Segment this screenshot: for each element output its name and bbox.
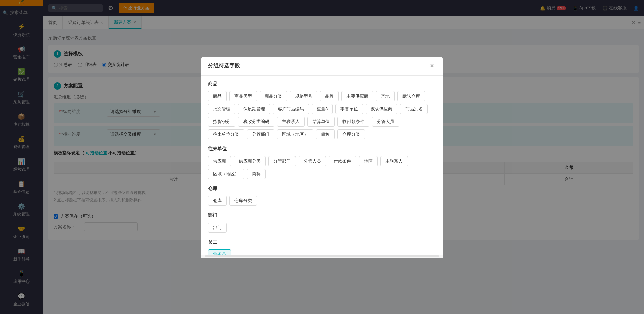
modal-bottom-bar [201,255,443,257]
field-chip[interactable]: 规格型号 [290,91,317,101]
field-chip[interactable]: 付款条件 [329,156,356,166]
field-chip[interactable]: 分管部门 [247,129,274,139]
field-chip[interactable]: 税收分类编码 [238,117,274,127]
field-group-department: 部门部门 [208,212,436,233]
field-chip[interactable]: 分管部门 [268,156,296,166]
field-chip[interactable]: 默认仓库 [397,91,425,101]
field-chips-warehouse: 仓库仓库分类 [208,196,436,206]
field-select-modal: 分组待选字段 × 商品商品商品类型商品分类规格型号品牌主要供应商产地默认仓库批次… [201,57,443,258]
field-chip[interactable]: 收付款条件 [337,117,369,127]
field-group-staff: 员工业务员 [208,239,436,255]
field-chip[interactable]: 仓库分类 [229,196,257,206]
field-chip[interactable]: 零售单位 [335,104,363,114]
field-chip[interactable]: 部门 [208,223,227,233]
field-chip[interactable]: 区域（地区） [277,129,313,139]
field-group-warehouse: 仓库仓库仓库分类 [208,186,436,206]
field-chip[interactable]: 仓库 [208,196,227,206]
field-chip[interactable]: 分管人员 [372,117,399,127]
field-chip[interactable]: 主联系人 [277,117,305,127]
field-chip[interactable]: 客户商品编码 [273,104,309,114]
field-chip[interactable]: 供应商分类 [234,156,266,166]
field-group-title-counterpart: 往来单位 [208,146,436,152]
field-chip[interactable]: 品牌 [320,91,339,101]
field-chip[interactable]: 简称 [316,129,335,139]
field-group-title-warehouse: 仓库 [208,186,436,192]
field-group-counterpart: 往来单位供应商供应商分类分管部门分管人员付款条件地区主联系人区域（地区）简称 [208,146,436,179]
field-chip[interactable]: 往来单位分类 [208,129,244,139]
field-chip[interactable]: 批次管理 [208,104,235,114]
field-chip[interactable]: 分管人员 [299,156,326,166]
field-chips-department: 部门 [208,223,436,233]
field-chip[interactable]: 仓库分类 [337,129,365,139]
field-chip[interactable]: 商品 [208,91,227,101]
modal-close-btn[interactable]: × [428,62,436,70]
field-chip[interactable]: 地区 [359,156,378,166]
field-chips-goods: 商品商品类型商品分类规格型号品牌主要供应商产地默认仓库批次管理保质期管理客户商品… [208,91,436,139]
field-chip[interactable]: 商品类型 [229,91,257,101]
modal-title: 分组待选字段 [208,62,240,69]
field-chip[interactable]: 保质期管理 [238,104,270,114]
field-chip[interactable]: 主要供应商 [341,91,373,101]
modal-overlay: 分组待选字段 × 商品商品商品类型商品分类规格型号品牌主要供应商产地默认仓库批次… [0,0,644,314]
modal-body: 商品商品商品类型商品分类规格型号品牌主要供应商产地默认仓库批次管理保质期管理客户… [201,76,443,255]
field-chip[interactable]: 简称 [247,169,266,179]
field-chip[interactable]: 重量3 [312,104,333,114]
field-chip[interactable]: 产地 [376,91,395,101]
horizontal-scrollbar[interactable] [205,255,439,257]
field-chip[interactable]: 区域（地区） [208,169,244,179]
field-chips-staff: 业务员 [208,249,436,255]
field-group-title-department: 部门 [208,212,436,218]
field-chip[interactable]: 商品别名 [400,104,428,114]
field-chips-counterpart: 供应商供应商分类分管部门分管人员付款条件地区主联系人区域（地区）简称 [208,156,436,179]
field-chip[interactable]: 商品分类 [260,91,287,101]
field-chip[interactable]: 拣货积分 [208,117,235,127]
field-group-title-goods: 商品 [208,81,436,87]
field-chip[interactable]: 默认供应商 [366,104,397,114]
field-chip[interactable]: 供应商 [208,156,231,166]
field-chip[interactable]: 结算单位 [307,117,335,127]
field-group-title-staff: 员工 [208,239,436,245]
field-chip[interactable]: 业务员 [208,249,231,255]
modal-header: 分组待选字段 × [201,57,443,76]
field-group-goods: 商品商品商品类型商品分类规格型号品牌主要供应商产地默认仓库批次管理保质期管理客户… [208,81,436,139]
field-chip[interactable]: 主联系人 [380,156,408,166]
